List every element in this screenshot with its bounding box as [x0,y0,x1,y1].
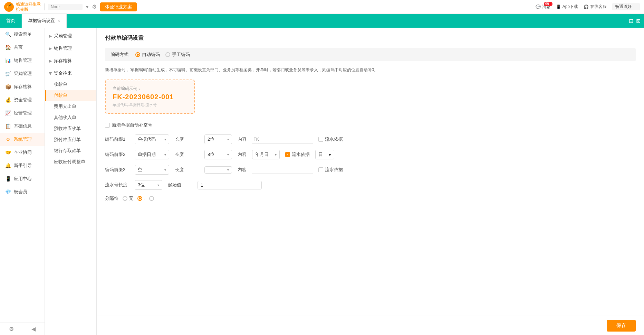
stream3-check[interactable]: 流水依据 [318,167,343,173]
logo-icon: 🍊 [4,2,14,12]
app-download-button[interactable]: 📱 App下载 [556,4,578,10]
sep-dash-circle [149,196,154,201]
service-button[interactable]: 🎧 在线客服 [584,4,607,10]
tab-settings-label: 单据编码设置 [28,18,55,24]
sec-item-expense[interactable]: 费用支出单 [45,101,96,112]
day-select[interactable]: 日 ▾ [315,150,334,159]
length1-chevron-icon: ▾ [227,138,229,141]
length1-select[interactable]: 2位 ▾ [204,134,232,144]
sidebar-item-member[interactable]: 💎 畅会员 [0,185,45,198]
gear-icon[interactable]: ⚙ [92,3,97,10]
sidebar-item-appcenter[interactable]: 📱 应用中心 [0,172,45,185]
auto-encode-radio[interactable]: 自动编码 [135,52,160,58]
app-icon: 📱 [556,4,561,9]
sidebar-item-search[interactable]: 🔍 搜索菜单 [0,28,45,41]
sidebar-label-operations: 经营管理 [14,110,32,116]
sec-item-receipt[interactable]: 收款单 [45,79,96,90]
expand-button[interactable]: ⊠ [636,18,641,24]
stream2-checkbox: ✓ [285,152,290,157]
stream2-check[interactable]: ✓ 流水依据 [285,151,310,158]
secondary-nav: ▶ 采购管理 ▶ 销售管理 ▶ 库存核算 ▶ 资金往来 收款单 付款单 [45,28,97,335]
sidebar-item-system[interactable]: ⚙ 系统管理 [0,133,45,146]
stream1-check[interactable]: 流水依据 [318,136,343,142]
content2-select[interactable]: 年月日 ▾ [252,150,280,159]
sidebar-item-inventory[interactable]: 📦 库存核算 [0,80,45,93]
appcenter-icon: 📱 [5,176,11,182]
tab-settings[interactable]: 单据编码设置 × [22,14,67,28]
separator-label: 分隔符 [105,195,118,202]
preview-desc: 单据代码-单据日期-流水号 [113,102,187,108]
sidebar-item-finance[interactable]: 💰 资金管理 [0,93,45,106]
sidebar-item-enterprise[interactable]: 🤝 企业协同 [0,146,45,159]
sidebar-item-operations[interactable]: 📈 经营管理 [0,106,45,120]
manual-encode-radio[interactable]: 手工编码 [165,52,190,58]
app-label: App下载 [563,4,578,10]
length2-select[interactable]: 8位 ▾ [204,150,232,159]
minimize-button[interactable]: ⊟ [629,18,633,24]
prefix3-label: 编码前缀3 [105,167,129,173]
serial-length-label: 流水号长度 [105,182,129,188]
sidebar-item-basic[interactable]: 📋 基础信息 [0,120,45,133]
preview-box: 当前编码示例： FK-20230602-001 单据代码-单据日期-流水号 [105,80,195,114]
enterprise-icon: 🤝 [5,149,11,156]
length3-select[interactable]: ▾ [204,166,232,174]
dropdown-arrow-icon[interactable]: ▾ [86,4,88,10]
sep-dash-radio[interactable]: - [149,196,157,201]
content1-input[interactable] [252,135,313,143]
topbar-right: 💬 消息 99+ 📱 App下载 🎧 在线客服 畅通道好 [536,3,640,10]
sec-group-capital-header[interactable]: ▶ 资金往来 [45,68,96,79]
content3-input[interactable] [252,166,313,174]
length3-chevron-icon: ▾ [227,168,229,172]
sep-dot-radio[interactable]: · [137,196,145,201]
sec-item-other-income[interactable]: 其他收入单 [45,112,96,123]
length2-value: 8位 [208,151,214,158]
user-name[interactable]: 畅通道好 [612,3,640,10]
sidebar-settings-icon[interactable]: ⚙ [9,326,14,332]
sec-group-inventory-header[interactable]: ▶ 库存核算 [45,55,96,66]
tab-home[interactable]: 首页 [0,14,22,28]
auto-fill-checkbox[interactable] [105,123,110,128]
auto-encode-label: 自动编码 [142,52,160,58]
sec-item-bank-deposit[interactable]: 银行存取款单 [45,145,96,156]
sidebar-label-newguide: 新手引导 [14,162,32,169]
sidebar-label-home: 首页 [14,44,23,50]
prefix1-select[interactable]: 单据代码 ▾ [135,134,169,144]
sidebar-item-sales[interactable]: 📊 销售管理 [0,54,45,67]
sidebar-collapse-icon[interactable]: ◀ [31,326,36,332]
system-icon: ⚙ [5,136,11,142]
serial-start-input[interactable] [198,181,262,189]
service-label: 在线客服 [590,4,607,10]
message-button[interactable]: 💬 消息 99+ [536,4,550,10]
sep-none-radio[interactable]: 无 [123,195,133,202]
manual-encode-label: 手工编码 [172,52,190,58]
sec-group-inventory: ▶ 库存核算 [45,55,96,66]
sidebar-bottom: ⚙ ◀ [0,323,45,335]
sidebar-item-home[interactable]: 🏠 首页 [0,41,45,54]
topbar: 🍊 畅通道好生意 抢先版 Nare ▾ ⚙ 体验行业方案 💬 消息 99+ 📱 … [0,0,644,14]
sec-group-capital-label: 资金往来 [54,70,72,76]
prefix2-row: 编码前缀2 单据日期 ▾ 长度 8位 ▾ 内容 年月日 ▾ ✓ 流水依据 [105,150,636,159]
expand-arrow-icon: ▶ [48,72,53,75]
sidebar-item-purchase[interactable]: 🛒 采购管理 [0,67,45,80]
experience-button[interactable]: 体验行业方案 [100,2,137,11]
tab-close-icon[interactable]: × [58,18,60,23]
sidebar-item-newguide[interactable]: 🔔 新手引导 [0,159,45,172]
serial-length-select[interactable]: 3位 ▾ [135,180,162,190]
sidebar-label-finance: 资金管理 [14,97,32,103]
sep-dash-value: - [155,196,157,201]
prefix2-select[interactable]: 单据日期 ▾ [135,150,169,159]
sec-item-payment[interactable]: 付款单 [45,90,96,101]
sep-dot-circle [137,196,142,201]
sec-item-prepay-receivable[interactable]: 预收冲应收单 [45,123,96,134]
sec-item-payable-adjust[interactable]: 应收应付调整单 [45,156,96,167]
sec-group-purchase-header[interactable]: ▶ 采购管理 [45,30,96,41]
sec-item-prepay-payable[interactable]: 预付冲应付单 [45,134,96,145]
tab-home-label: 首页 [6,18,15,24]
prefix3-select[interactable]: 空 ▾ [135,165,169,175]
sidebar-label-purchase: 采购管理 [14,71,32,77]
auto-fill-label: 新增单据自动补空号 [112,122,152,128]
sec-group-sales-header[interactable]: ▶ 销售管理 [45,43,96,54]
topbar-company[interactable]: Nare [48,4,83,10]
search-icon: 🔍 [5,31,11,37]
save-button[interactable]: 保存 [607,320,636,332]
